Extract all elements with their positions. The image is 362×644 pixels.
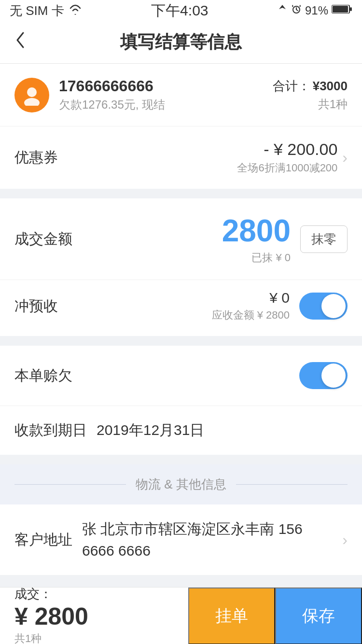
svg-point-7: [27, 87, 37, 97]
customer-row: 17666666666 欠款1276.35元, 现结 合计： ¥3000 共1种: [0, 64, 362, 126]
deal-amount-label: 成交金额: [14, 229, 72, 249]
bottom-deal-count: 共1种: [14, 631, 174, 644]
total-label: 合计：: [273, 79, 310, 93]
logistics-title: 物流 & 其他信息: [136, 476, 226, 493]
debit-card: 本单赊欠 收款到期日 2019年12月31日: [0, 346, 362, 455]
back-button[interactable]: [14, 30, 26, 54]
svg-line-2: [296, 10, 298, 11]
debit-label: 本单赊欠: [14, 366, 72, 386]
total-count: 共1种: [273, 97, 348, 112]
debit-row: 本单赊欠: [0, 346, 362, 406]
deal-amount-right: 2800 已抹 ¥ 0 抹零: [222, 213, 348, 265]
due-date-value: 2019年12月31日: [97, 420, 204, 440]
total-line: 合计： ¥3000: [273, 78, 348, 95]
coupon-value-wrapper: - ¥ 200.00 全场6折满1000减200: [237, 140, 337, 175]
address-chevron-icon: ›: [342, 531, 348, 549]
svg-point-8: [24, 98, 40, 106]
deal-sub-text: 已抹 ¥ 0: [222, 251, 291, 265]
prepay-right: ¥ 0 应收金额 ¥ 2800: [212, 290, 348, 322]
bottom-deal-label: 成交：: [14, 586, 174, 602]
coupon-sub: 全场6折满1000减200: [237, 161, 337, 175]
debit-toggle-knob: [321, 364, 346, 388]
status-time: 下午4:03: [151, 1, 208, 21]
status-left: 无 SIM 卡: [10, 2, 83, 19]
address-value: 张 北京市市辖区海淀区永丰南 156 6666 6666: [82, 518, 333, 561]
address-row[interactable]: 客户地址 张 北京市市辖区海淀区永丰南 156 6666 6666 ›: [0, 504, 362, 575]
page-title: 填写结算等信息: [120, 30, 242, 54]
wifi-icon: [68, 3, 83, 18]
prepay-label: 冲预收: [14, 296, 58, 316]
status-right: 91%: [277, 3, 352, 18]
customer-right: 合计： ¥3000 共1种: [273, 78, 348, 112]
customer-info: 17666666666 欠款1276.35元, 现结: [59, 77, 165, 112]
coupon-row[interactable]: 优惠券 - ¥ 200.00 全场6折满1000减200 ›: [0, 126, 362, 189]
total-amount: ¥3000: [313, 79, 348, 93]
toggle-knob: [321, 294, 346, 318]
svg-rect-4: [350, 7, 352, 11]
battery-icon: [331, 4, 352, 17]
coupon-value: - ¥ 200.00: [237, 140, 337, 159]
round-down-button[interactable]: 抹零: [300, 225, 348, 253]
bottom-deal-amount: ¥ 2800: [14, 602, 174, 630]
coupon-right: - ¥ 200.00 全场6折满1000减200 ›: [237, 140, 348, 175]
svg-rect-6: [333, 6, 348, 13]
prepay-value: ¥ 0: [212, 290, 290, 306]
customer-card: 17666666666 欠款1276.35元, 现结 合计： ¥3000 共1种…: [0, 64, 362, 189]
nav-bar: 填写结算等信息: [0, 21, 362, 64]
bottom-bar: 成交： ¥ 2800 共1种 挂单 保存: [0, 587, 362, 644]
logistics-line-right: [236, 484, 348, 485]
alarm-icon: [291, 3, 302, 18]
prepay-info: ¥ 0 应收金额 ¥ 2800: [212, 290, 290, 322]
bottom-deal-info: 成交： ¥ 2800 共1种: [0, 586, 188, 644]
deal-amount-value: 2800: [222, 213, 291, 249]
address-card: 客户地址 张 北京市市辖区海淀区永丰南 156 6666 6666 ›: [0, 504, 362, 575]
coupon-chevron-icon: ›: [342, 149, 348, 167]
content-area: 17666666666 欠款1276.35元, 现结 合计： ¥3000 共1种…: [0, 64, 362, 644]
prepay-row: 冲预收 ¥ 0 应收金额 ¥ 2800: [0, 280, 362, 336]
avatar: [14, 78, 49, 112]
debit-toggle[interactable]: [299, 362, 348, 389]
customer-sub-text: 欠款1276.35元, 现结: [59, 97, 165, 112]
customer-phone: 17666666666: [59, 77, 165, 95]
customer-left: 17666666666 欠款1276.35元, 现结: [14, 77, 165, 112]
due-date-row: 收款到期日 2019年12月31日: [0, 406, 362, 455]
deal-amount-wrapper: 2800 已抹 ¥ 0: [222, 213, 291, 265]
location-icon: [277, 4, 288, 17]
save-button[interactable]: 保存: [275, 588, 362, 644]
prepay-sub: 应收金额 ¥ 2800: [212, 308, 290, 322]
due-date-label: 收款到期日: [14, 420, 87, 440]
deal-amount-row: 成交金额 2800 已抹 ¥ 0 抹零: [0, 198, 362, 280]
logistics-line-left: [14, 484, 126, 485]
pending-order-button[interactable]: 挂单: [188, 588, 275, 644]
no-sim-text: 无 SIM 卡: [10, 2, 64, 19]
status-bar: 无 SIM 卡 下午4:03 91%: [0, 0, 362, 21]
prepay-toggle[interactable]: [299, 293, 348, 320]
battery-percent: 91%: [305, 4, 328, 17]
logistics-header: 物流 & 其他信息: [0, 464, 362, 504]
address-label: 客户地址: [14, 530, 72, 550]
coupon-label: 优惠券: [14, 148, 58, 168]
deal-amount-card: 成交金额 2800 已抹 ¥ 0 抹零 冲预收 ¥ 0 应收金额 ¥ 2800: [0, 198, 362, 336]
